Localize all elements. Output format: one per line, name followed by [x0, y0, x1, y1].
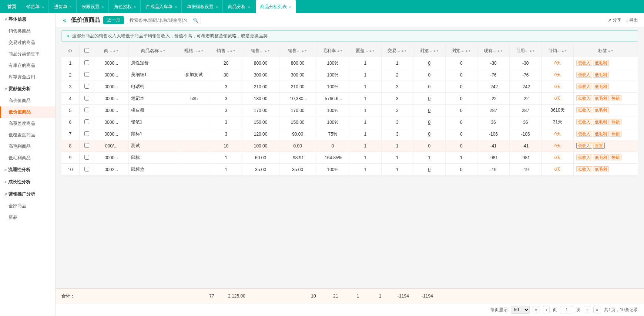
- cell-checkbox[interactable]: [79, 116, 94, 128]
- nav-purchase-order[interactable]: 进货单 ×: [50, 0, 77, 13]
- nav-template-settings[interactable]: 单据模板设置 ×: [182, 0, 223, 13]
- cell-checkbox[interactable]: [79, 93, 94, 105]
- page-input[interactable]: [560, 306, 573, 313]
- sort-icon[interactable]: ▲▼: [113, 50, 119, 52]
- sidebar-section-overall[interactable]: ∨ 整体信息: [0, 13, 55, 26]
- row-checkbox[interactable]: [84, 155, 89, 160]
- product-tag: 热销: [610, 119, 621, 125]
- sidebar-item-new-products[interactable]: 新品: [0, 212, 55, 223]
- per-page-select[interactable]: 50 20 100: [511, 306, 530, 314]
- table-wrapper[interactable]: ⚙ 商...▲▼ 商品名称▲▼ 规格...▲▼ 销售...▲▼ 销售...▲▼ …: [56, 45, 644, 287]
- cell-browse1: 0: [413, 140, 446, 152]
- sort-icon[interactable]: ▲▼: [230, 50, 236, 52]
- close-icon[interactable]: ×: [42, 5, 44, 9]
- first-page-button[interactable]: «: [533, 306, 540, 313]
- cell-checkbox[interactable]: [79, 57, 94, 69]
- sidebar-item-all-products[interactable]: 全部商品: [0, 200, 55, 212]
- sidebar-item-high-coverage[interactable]: 高覆盖度商品: [0, 118, 55, 129]
- nav-product-analysis-list[interactable]: 商品分析列表 ×: [256, 0, 296, 13]
- sidebar-item-high-value[interactable]: 高价值商品: [0, 95, 55, 106]
- close-icon[interactable]: ×: [175, 5, 177, 9]
- search-input[interactable]: [130, 18, 191, 23]
- sort-icon[interactable]: ▲▼: [401, 50, 407, 52]
- browse1-link[interactable]: 0: [428, 108, 431, 113]
- next-page-button[interactable]: ›: [584, 306, 590, 313]
- close-icon[interactable]: ×: [102, 5, 104, 9]
- th-checkbox[interactable]: [79, 45, 94, 57]
- prev-page-button[interactable]: ‹: [543, 306, 550, 313]
- nav-product-analysis[interactable]: 商品分析 ×: [224, 0, 255, 13]
- sidebar-item-inventory-capital[interactable]: 库存资金占用: [0, 71, 55, 83]
- cell-checkbox[interactable]: [79, 128, 94, 140]
- row-checkbox[interactable]: [84, 143, 89, 148]
- browse1-link[interactable]: 1: [428, 155, 431, 160]
- cell-num: 3: [61, 81, 79, 93]
- cell-checkbox[interactable]: [79, 69, 94, 81]
- last-page-button[interactable]: »: [593, 306, 601, 313]
- row-checkbox[interactable]: [84, 72, 89, 77]
- row-checkbox[interactable]: [84, 119, 89, 124]
- row-checkbox[interactable]: [84, 167, 89, 171]
- share-button[interactable]: ↗ 分享: [608, 17, 621, 23]
- time-filter-tag[interactable]: 近一月: [103, 16, 124, 24]
- row-checkbox[interactable]: [84, 108, 89, 112]
- sort-icon[interactable]: ▲▼: [608, 50, 614, 52]
- export-button[interactable]: ↓ 导出: [626, 17, 638, 23]
- row-checkbox[interactable]: [84, 96, 89, 101]
- cell-checkbox[interactable]: [79, 164, 94, 176]
- cell-checkbox[interactable]: [79, 81, 94, 93]
- sort-icon[interactable]: ▲▼: [433, 50, 439, 52]
- sidebar-item-traded-products[interactable]: 交易过的商品: [0, 37, 55, 48]
- sidebar-item-low-coverage[interactable]: 低覆盖度商品: [0, 129, 55, 141]
- sidebar-item-high-margin[interactable]: 高毛利商品: [0, 141, 55, 152]
- cell-checkbox[interactable]: [79, 152, 94, 164]
- search-icon[interactable]: 🔍: [193, 18, 198, 23]
- browse1-link[interactable]: 0: [428, 96, 431, 101]
- browse1-link[interactable]: 0: [428, 120, 431, 125]
- nav-product-inbound[interactable]: 产成品入库单 ×: [141, 0, 182, 13]
- close-icon[interactable]: ×: [134, 5, 136, 9]
- row-checkbox[interactable]: [84, 84, 89, 89]
- sidebar-section-liquidity[interactable]: > 流通性分析: [0, 164, 55, 176]
- cell-checkbox[interactable]: [79, 140, 94, 152]
- sidebar-section-contribution[interactable]: ∨ 贡献值分析: [0, 83, 55, 95]
- cell-checkbox[interactable]: [79, 105, 94, 116]
- sidebar-item-sales-products[interactable]: 销售类商品: [0, 26, 55, 37]
- sidebar-section-marketing[interactable]: ∨ 营销推广分析: [0, 188, 55, 200]
- browse1-link[interactable]: 0: [428, 61, 431, 66]
- select-all-checkbox[interactable]: [84, 48, 89, 53]
- browse1-link[interactable]: 0: [428, 143, 431, 149]
- nav-permissions[interactable]: 权限设置 ×: [77, 0, 109, 13]
- collapse-sidebar-button[interactable]: «: [61, 17, 68, 24]
- sort-icon[interactable]: ▲▼: [369, 50, 375, 52]
- row-checkbox[interactable]: [84, 60, 89, 65]
- th-settings[interactable]: ⚙: [61, 45, 79, 57]
- sort-icon[interactable]: ▲▼: [465, 50, 471, 52]
- nav-role-auth[interactable]: 角色授权 ×: [110, 0, 141, 13]
- sort-icon[interactable]: ▲▼: [160, 50, 165, 52]
- sidebar-item-low-margin[interactable]: 低毛利商品: [0, 152, 55, 164]
- sort-icon[interactable]: ▲▼: [497, 50, 503, 52]
- sort-icon[interactable]: ▲▼: [337, 50, 343, 52]
- sort-icon[interactable]: ▲▼: [198, 50, 204, 52]
- browse1-link[interactable]: 0: [428, 72, 431, 78]
- sort-icon[interactable]: ▲▼: [264, 50, 270, 52]
- browse1-link[interactable]: 0: [428, 167, 431, 172]
- nav-sales-order[interactable]: 销货单 ×: [22, 0, 49, 13]
- browse1-link[interactable]: 0: [428, 132, 431, 137]
- sort-icon[interactable]: ▲▼: [529, 50, 535, 52]
- nav-home[interactable]: 首页: [3, 0, 21, 13]
- sort-icon[interactable]: ▲▼: [301, 50, 307, 52]
- close-icon[interactable]: ×: [248, 5, 250, 9]
- sidebar-item-low-value[interactable]: 低价值商品: [0, 106, 55, 118]
- sort-icon[interactable]: ▲▼: [561, 50, 567, 52]
- sidebar-item-stocked-products[interactable]: 有库存的商品: [0, 60, 55, 71]
- th-code: 商...▲▼: [94, 45, 128, 57]
- close-icon[interactable]: ×: [289, 5, 291, 9]
- close-icon[interactable]: ×: [70, 5, 72, 9]
- sidebar-section-growth[interactable]: > 成长性分析: [0, 176, 55, 188]
- row-checkbox[interactable]: [84, 131, 89, 136]
- browse1-link[interactable]: 0: [428, 84, 431, 89]
- sidebar-item-category-rate[interactable]: 商品分类销售率: [0, 48, 55, 60]
- close-icon[interactable]: ×: [216, 5, 218, 9]
